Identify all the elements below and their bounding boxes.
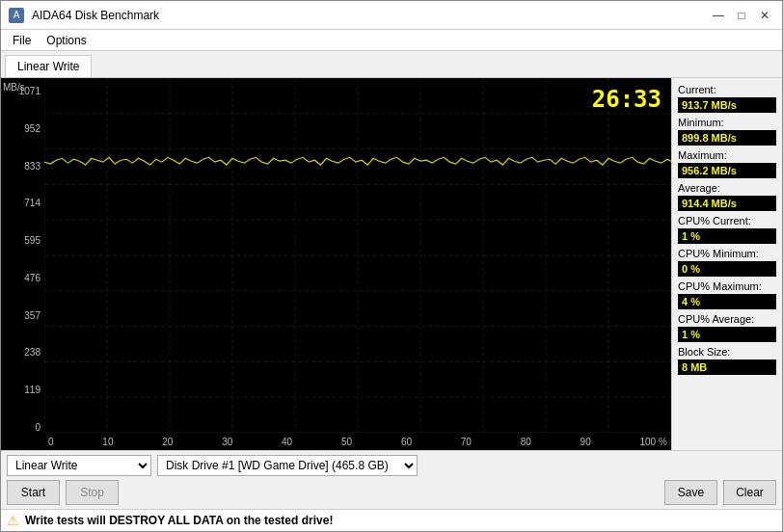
y-label-0: 0 [5, 422, 40, 433]
cpu-minimum-label: CPU% Minimum: [678, 248, 776, 259]
cpu-maximum-label: CPU% Maximum: [678, 280, 776, 292]
bottom-controls: Linear Write Disk Drive #1 [WD Game Driv… [7, 455, 776, 476]
y-label-119: 119 [5, 385, 40, 395]
x-label-30: 30 [222, 437, 232, 447]
cpu-current-label: CPU% Current: [678, 215, 776, 226]
tab-linear-write[interactable]: Linear Write [5, 55, 92, 77]
menu-bar: File Options [1, 30, 782, 51]
cpu-average-label: CPU% Average: [678, 313, 776, 325]
save-button[interactable]: Save [664, 480, 717, 505]
x-label-40: 40 [282, 437, 292, 447]
x-label-20: 20 [162, 437, 173, 447]
side-panel: Current: 913.7 MB/s Minimum: 899.8 MB/s … [671, 78, 782, 450]
minimum-label: Minimum: [678, 117, 776, 128]
average-label: Average: [678, 182, 776, 194]
maximize-button[interactable]: □ [732, 6, 751, 25]
average-value: 914.4 MB/s [678, 196, 776, 211]
clear-button[interactable]: Clear [723, 480, 776, 505]
x-label-100: 100 % [640, 437, 667, 447]
y-label-714: 714 [5, 198, 40, 208]
menu-file[interactable]: File [5, 32, 39, 49]
main-window: A AIDA64 Disk Benchmark — □ ✕ File Optio… [0, 0, 783, 532]
test-select[interactable]: Linear Write [7, 455, 151, 476]
main-content: MB/s 1071 952 833 714 595 476 357 238 11… [1, 77, 782, 450]
block-size-value: 8 MB [678, 359, 776, 375]
y-label-595: 595 [5, 235, 40, 246]
y-label-357: 357 [5, 310, 40, 321]
maximum-value: 956.2 MB/s [678, 163, 776, 178]
cpu-maximum-value: 4 % [678, 294, 776, 309]
x-label-50: 50 [341, 437, 352, 447]
app-icon: A [9, 8, 24, 23]
warning-text: Write tests will DESTROY ALL DATA on the… [25, 514, 333, 527]
y-label-952: 952 [5, 123, 40, 134]
close-button[interactable]: ✕ [755, 6, 774, 25]
current-label: Current: [678, 84, 776, 95]
y-label-833: 833 [5, 161, 40, 172]
chart-area: MB/s 1071 952 833 714 595 476 357 238 11… [1, 78, 671, 450]
button-row: Start Stop Save Clear [7, 480, 776, 505]
y-label-238: 238 [5, 347, 40, 358]
chart-svg [44, 78, 671, 433]
x-label-70: 70 [461, 437, 472, 447]
x-label-0: 0 [48, 437, 54, 447]
x-label-10: 10 [102, 437, 113, 447]
y-label-1071: 1071 [5, 86, 40, 96]
y-label-476: 476 [5, 273, 40, 283]
tab-bar: Linear Write [1, 51, 782, 77]
cpu-current-value: 1 % [678, 228, 776, 244]
minimize-button[interactable]: — [709, 6, 728, 25]
x-label-60: 60 [401, 437, 412, 447]
warning-bar: ⚠ Write tests will DESTROY ALL DATA on t… [1, 509, 782, 531]
current-value: 913.7 MB/s [678, 97, 776, 113]
x-label-90: 90 [580, 437, 591, 447]
chart-grid [44, 78, 671, 433]
block-size-label: Block Size: [678, 346, 776, 358]
timer-display: 26:33 [592, 86, 662, 113]
y-axis: 1071 952 833 714 595 476 357 238 119 0 [1, 78, 44, 450]
cpu-average-value: 1 % [678, 327, 776, 342]
start-button[interactable]: Start [7, 480, 60, 505]
menu-options[interactable]: Options [39, 32, 94, 49]
title-bar-controls: — □ ✕ [709, 6, 774, 25]
title-bar-left: A AIDA64 Disk Benchmark [9, 8, 159, 23]
x-label-80: 80 [521, 437, 531, 447]
x-axis: 0 10 20 30 40 50 60 70 80 90 100 % [44, 433, 671, 450]
bottom-bar: Linear Write Disk Drive #1 [WD Game Driv… [1, 450, 782, 509]
cpu-minimum-value: 0 % [678, 261, 776, 277]
title-bar: A AIDA64 Disk Benchmark — □ ✕ [1, 1, 782, 30]
window-title: AIDA64 Disk Benchmark [32, 9, 159, 22]
warning-icon: ⚠ [7, 513, 19, 528]
stop-button[interactable]: Stop [66, 480, 119, 505]
maximum-label: Maximum: [678, 149, 776, 161]
minimum-value: 899.8 MB/s [678, 130, 776, 146]
drive-select[interactable]: Disk Drive #1 [WD Game Drive] (465.8 GB) [157, 455, 418, 476]
